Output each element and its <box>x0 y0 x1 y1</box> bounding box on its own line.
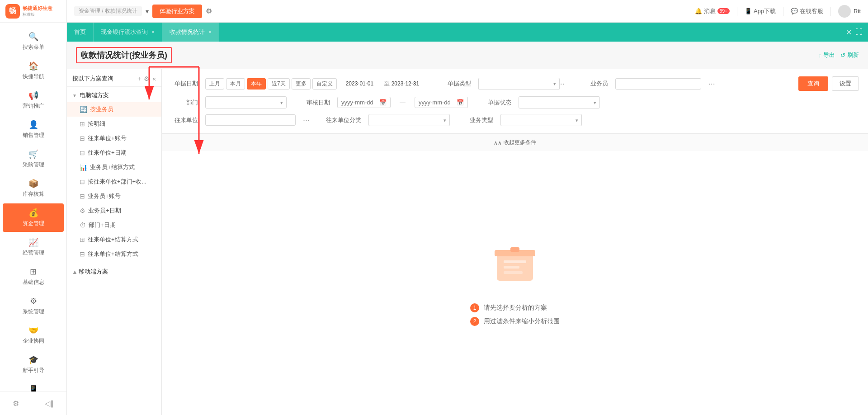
side-panel-header: 按以下方案查询 + ⚙ « <box>67 69 161 87</box>
plan-group-pc: ▼ 电脑端方案 🔄 按业务员 ⊞ 按明细 <box>67 87 161 263</box>
query-actions: 查询 设置 <box>798 76 859 91</box>
collapse-bar[interactable]: ∧∧ 收起更多条件 <box>162 134 868 151</box>
plan-item-unit-date[interactable]: ⊟ 往来单位+日期 <box>67 146 161 160</box>
date-btn-more[interactable]: 更多 <box>292 78 311 90</box>
tab-spacer <box>219 23 840 42</box>
sidebar-item-purchase[interactable]: 🛒 采购管理 <box>3 145 64 173</box>
staff-more-icon[interactable]: ··· <box>708 79 715 89</box>
doc-status-select[interactable] <box>519 96 600 108</box>
empty-illustration <box>488 240 542 294</box>
plan-item-staff-account[interactable]: ⊟ 业务员+账号 <box>67 189 161 203</box>
sidebar-item-hardware[interactable]: 📱 智能硬件 <box>3 380 64 391</box>
empty-illustration-svg <box>488 240 542 285</box>
date-btn-custom[interactable]: 自定义 <box>312 78 337 90</box>
tab-close-bank[interactable]: × <box>151 29 155 35</box>
doc-type-select-wrap <box>478 78 560 90</box>
trial-button[interactable]: 体验行业方案 <box>152 5 202 18</box>
date-to-input[interactable] <box>392 80 428 87</box>
hint-num-2: 2 <box>470 317 479 326</box>
settings-gear-icon[interactable]: ⚙ <box>206 7 212 15</box>
date-btn-7days[interactable]: 近7天 <box>268 78 290 90</box>
staff-input[interactable] <box>620 80 696 87</box>
plan-icon-unit-account: ⊟ <box>80 135 85 142</box>
doc-status-label: 单据状态 <box>484 99 511 107</box>
app-download-btn[interactable]: 📱 App下载 <box>745 7 776 15</box>
plan-icon-unit-settle2: ⊟ <box>80 250 85 258</box>
query-button[interactable]: 查询 <box>798 76 828 91</box>
user-area[interactable]: Rit <box>838 5 861 18</box>
plan-item-unit-settle1[interactable]: ⊞ 往来单位+结算方式 <box>67 232 161 247</box>
plan-item-dept-date[interactable]: ⏱ 部门+日期 <box>67 218 161 232</box>
doc-type-select[interactable] <box>478 78 560 90</box>
sidebar-item-finance[interactable]: 💰 资金管理 <box>3 203 64 232</box>
counterpart-input[interactable] <box>210 117 291 123</box>
biz-type-select[interactable] <box>500 114 582 126</box>
sidebar-item-guide[interactable]: 🎓 新手引导 <box>3 350 64 379</box>
tab-home[interactable]: 首页 <box>67 23 94 42</box>
tab-maximize-btn[interactable]: ⛶ <box>855 28 863 36</box>
plan-item-unit-account[interactable]: ⊟ 往来单位+账号 <box>67 131 161 146</box>
side-panel-actions: + ⚙ « <box>137 75 156 82</box>
setting-button[interactable]: 设置 <box>832 76 859 91</box>
plan-item-unit-dept[interactable]: ⊟ 按往来单位+部门+收... <box>67 174 161 189</box>
sidebar-item-basic[interactable]: ⊞ 基础信息 <box>3 262 64 291</box>
date-from-input[interactable] <box>346 80 382 87</box>
date-btn-this-month[interactable]: 本月 <box>226 78 245 90</box>
sidebar-item-enterprise[interactable]: 🤝 企业协同 <box>3 321 64 349</box>
settings-footer-btn[interactable]: ⚙ <box>9 397 23 410</box>
counterpart-type-select[interactable] <box>368 114 450 126</box>
sidebar-item-operation[interactable]: 📈 经营管理 <box>3 233 64 261</box>
plan-icon-unit-dept: ⊟ <box>80 178 85 185</box>
plan-item-unit-settle2[interactable]: ⊟ 往来单位+结算方式 <box>67 247 161 261</box>
tab-receipt[interactable]: 收款情况统计 × <box>162 23 219 42</box>
sidebar-item-sales[interactable]: 👤 销售管理 <box>3 115 64 144</box>
sidebar: 畅 畅捷通好生意 标准版 🔍 搜索菜单 🏠 快捷导航 📢 营销推广 👤 销售管理 <box>0 0 67 415</box>
logo-area: 畅 畅捷通好生意 标准版 <box>0 0 66 23</box>
counterpart-more-icon[interactable]: ··· <box>303 115 310 125</box>
search-icon: 🔍 <box>28 32 38 42</box>
plan-group-mobile: ▶ 移动端方案 <box>67 263 161 280</box>
calendar-from-icon[interactable]: 📅 <box>379 99 387 106</box>
calendar-to-icon[interactable]: 📅 <box>457 99 464 106</box>
tab-controls: ✕ ⛶ <box>840 23 868 42</box>
plan-icon-staff-settle: 📊 <box>80 164 87 171</box>
plan-item-staff-date[interactable]: ⚙ 业务员+日期 <box>67 203 161 218</box>
page-header: 收款情况统计(按业务员) ↑ 导出 ↺ 刷新 <box>67 42 868 69</box>
breadcrumb-chevron[interactable]: ▾ <box>146 8 149 15</box>
tab-close-all-btn[interactable]: ✕ <box>846 28 852 37</box>
export-button[interactable]: ↑ 导出 <box>819 51 835 59</box>
sidebar-item-system[interactable]: ⚙ 系统管理 <box>3 292 64 320</box>
plan-item-by-detail[interactable]: ⊞ 按明细 <box>67 117 161 131</box>
date-btn-this-year[interactable]: 本年 <box>247 78 266 90</box>
tab-bank[interactable]: 现金银行流水查询 × <box>94 23 162 42</box>
plan-item-by-staff[interactable]: 🔄 按业务员 <box>67 102 161 117</box>
audit-date-from[interactable] <box>341 99 377 106</box>
audit-date-dash: — <box>398 99 407 106</box>
collapse-icon: ∧∧ <box>494 140 502 146</box>
plan-group-pc-header[interactable]: ▼ 电脑端方案 <box>67 89 161 102</box>
notification-btn[interactable]: 🔔 消息 99+ <box>695 7 730 15</box>
plan-group-mobile-header[interactable]: ▶ 移动端方案 <box>67 265 161 278</box>
dept-select[interactable] <box>205 96 287 108</box>
collapse-sidebar-btn[interactable]: ◁∥ <box>41 397 57 410</box>
sidebar-item-inventory[interactable]: 📦 库存核算 <box>3 174 64 203</box>
setting-plan-btn[interactable]: ⚙ <box>144 75 150 82</box>
audit-date-to[interactable] <box>419 99 455 106</box>
svg-rect-4 <box>504 266 519 269</box>
page-wrapper: 收款情况统计(按业务员) ↑ 导出 ↺ 刷新 <box>67 42 868 415</box>
plan-item-staff-settle[interactable]: 📊 业务员+结算方式 <box>67 160 161 174</box>
date-btn-last-month[interactable]: 上月 <box>205 78 224 90</box>
filter-row-3: 往来单位 ··· 往来单位分类 <box>171 114 859 126</box>
group-arrow-icon: ▼ <box>72 93 77 98</box>
date-range-sep: 至 <box>384 80 390 88</box>
tab-close-receipt[interactable]: × <box>208 29 212 35</box>
collapse-panel-btn[interactable]: « <box>152 75 156 82</box>
online-service-btn[interactable]: 💬 在线客服 <box>791 7 823 15</box>
add-plan-btn[interactable]: + <box>137 75 141 82</box>
sidebar-item-search[interactable]: 🔍 搜索菜单 <box>3 27 64 56</box>
sidebar-item-marketing[interactable]: 📢 营销推广 <box>3 86 64 114</box>
refresh-button[interactable]: ↺ 刷新 <box>840 51 859 59</box>
plan-icon-unit-date: ⊟ <box>80 149 85 156</box>
staff-label: 业务员 <box>581 80 608 88</box>
sidebar-item-nav[interactable]: 🏠 快捷导航 <box>3 57 64 85</box>
